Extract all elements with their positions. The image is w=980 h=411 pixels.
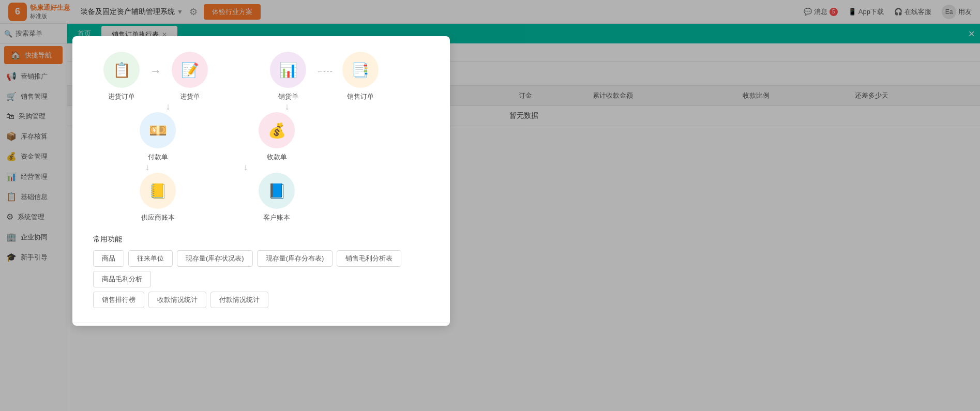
right-arrow-icon-1: → xyxy=(150,65,161,78)
customer-ledger-icon: 📘 xyxy=(268,182,286,200)
purchase-bill-icon: 📝 xyxy=(181,62,199,79)
flow-node-receipt-bill[interactable]: 💰 收款单 xyxy=(259,112,295,162)
spacer7 xyxy=(165,162,228,173)
arrow-2: ←- - - xyxy=(316,67,332,75)
flow-label-supplier-ledger: 供应商账本 xyxy=(141,213,175,222)
purchase-order-icon: 📋 xyxy=(113,62,131,79)
func-btn-receipt-stat[interactable]: 收款情况统计 xyxy=(148,292,206,308)
down-arrow-purchase: ↓ xyxy=(150,101,186,112)
supplier-ledger-icon: 📒 xyxy=(149,182,167,200)
spacer3 xyxy=(186,101,269,112)
spacer2 xyxy=(93,101,150,112)
flow-dialog: 📋 进货订单 → 📝 进货单 xyxy=(72,36,450,326)
down-arrow-icon-2: ↓ xyxy=(285,101,290,112)
down-arrow-sales: ↓ xyxy=(269,101,305,112)
flow-label-purchase-order: 进货订单 xyxy=(108,92,135,101)
flow-node-supplier-ledger[interactable]: 📒 供应商账本 xyxy=(140,173,176,222)
down-arrow-icon-4: ↓ xyxy=(244,162,248,172)
sales-bill-icon: 📊 xyxy=(279,62,297,79)
left-dashed-arrow-icon: ←- - - xyxy=(316,67,332,75)
flow-circle-receipt-bill: 💰 xyxy=(259,112,295,148)
func-btn-stock-status[interactable]: 现存量(库存状况表) xyxy=(177,250,253,267)
func-buttons-row2: 销售排行榜 收款情况统计 付款情况统计 xyxy=(93,292,429,308)
flow-circle-purchase-order: 📋 xyxy=(103,52,140,88)
flow-label-payment-bill: 付款单 xyxy=(148,153,168,162)
func-btn-sales-rank[interactable]: 销售排行榜 xyxy=(93,292,144,308)
down-arrow-icon-1: ↓ xyxy=(166,101,171,112)
func-btn-sales-profit[interactable]: 销售毛利分析表 xyxy=(337,250,401,267)
flow-node-customer-ledger[interactable]: 📘 客户账本 xyxy=(259,173,295,222)
flow-node-sales-bill[interactable]: 📊 销货单 xyxy=(270,52,306,101)
func-btn-partners[interactable]: 往来单位 xyxy=(128,250,173,267)
flow-label-sales-bill: 销货单 xyxy=(278,92,298,101)
flow-circle-sales-order: 📑 xyxy=(342,52,379,88)
flow-diagram: 📋 进货订单 → 📝 进货单 xyxy=(93,52,429,222)
app-container: 6 畅康通好生意 标准版 装备及固定资产辅助管理系统 ▼ ⚙ 体验行业方案 💬 … xyxy=(0,0,980,411)
func-btn-payment-stat[interactable]: 付款情况统计 xyxy=(210,292,268,308)
flow-circle-customer-ledger: 📘 xyxy=(259,173,295,209)
common-functions: 常用功能 商品 往来单位 现存量(库存状况表) 现存量(库存分布表) 销售毛利分… xyxy=(93,235,429,308)
flow-label-customer-ledger: 客户账本 xyxy=(263,213,290,222)
flow-node-payment-bill[interactable]: 💴 付款单 xyxy=(140,112,176,162)
func-btn-product[interactable]: 商品 xyxy=(93,250,124,267)
arrow-1: → xyxy=(150,65,161,78)
flow-node-purchase-bill[interactable]: 📝 进货单 xyxy=(172,52,208,101)
flow-label-purchase-bill: 进货单 xyxy=(180,92,200,101)
down-arrow-icon-3: ↓ xyxy=(145,162,150,172)
down-arrow-receipt: ↓ xyxy=(228,162,264,173)
receipt-bill-icon: 💰 xyxy=(268,122,286,139)
flow-circle-sales-bill: 📊 xyxy=(270,52,306,88)
flow-node-purchase-order[interactable]: 📋 进货订单 xyxy=(103,52,140,101)
sales-order-icon: 📑 xyxy=(351,62,369,79)
func-btn-product-profit[interactable]: 商品毛利分析 xyxy=(93,271,151,287)
flow-circle-payment-bill: 💴 xyxy=(140,112,176,148)
dialog-scrollbar: ◀ ▶ xyxy=(72,323,450,326)
flow-circle-supplier-ledger: 📒 xyxy=(140,173,176,209)
spacer6 xyxy=(93,162,129,173)
down-arrow-payment: ↓ xyxy=(129,162,165,173)
flow-node-sales-order[interactable]: 📑 销售订单 xyxy=(342,52,379,101)
dialog-inner: 📋 进货订单 → 📝 进货单 xyxy=(72,36,450,323)
common-func-title: 常用功能 xyxy=(93,235,429,244)
func-buttons-row1: 商品 往来单位 现存量(库存状况表) 现存量(库存分布表) 销售毛利分析表 商品… xyxy=(93,250,429,287)
func-btn-stock-dist[interactable]: 现存量(库存分布表) xyxy=(257,250,333,267)
flow-label-sales-order: 销售订单 xyxy=(347,92,374,101)
flow-dialog-overlay: 📋 进货订单 → 📝 进货单 xyxy=(0,0,980,411)
flow-circle-purchase-bill: 📝 xyxy=(172,52,208,88)
flow-label-receipt-bill: 收款单 xyxy=(267,153,287,162)
payment-bill-icon: 💴 xyxy=(149,122,167,139)
